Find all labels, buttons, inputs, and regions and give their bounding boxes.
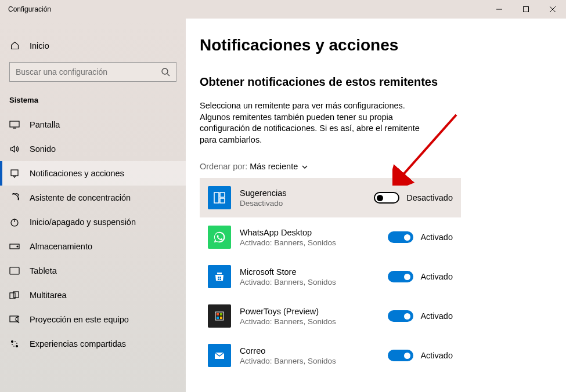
sender-powertoys[interactable]: PowerToys (Preview) Activado: Banners, S…: [200, 296, 461, 336]
toggle-label: Desactivado: [406, 193, 453, 202]
svg-rect-30: [217, 317, 219, 319]
nav-tablet[interactable]: Tableta: [0, 259, 186, 283]
svg-rect-25: [218, 279, 219, 281]
sender-name: Microsoft Store: [240, 267, 379, 277]
window-title: Configuración: [8, 5, 486, 13]
display-icon: [9, 121, 20, 129]
maximize-button[interactable]: [513, 0, 539, 19]
minimize-button[interactable]: [486, 0, 513, 19]
svg-rect-20: [214, 193, 219, 203]
sugerencias-icon: [208, 186, 231, 209]
sender-name: WhatsApp Desktop: [240, 228, 379, 237]
sort-value: Más reciente: [250, 162, 298, 171]
senders-list: Sugerencias Desactivado Desactivado What…: [200, 178, 461, 375]
store-icon: [208, 265, 231, 288]
sender-name: Sugerencias: [240, 188, 365, 198]
svg-point-19: [16, 346, 18, 347]
sender-store[interactable]: Microsoft Store Activado: Banners, Sonid…: [200, 257, 461, 296]
shared-icon: [9, 339, 20, 349]
sender-status: Activado: Banners, Sonidos: [240, 357, 379, 365]
senders-section-title: Obtener notificaciones de estos remitent…: [200, 75, 566, 89]
search-icon: [161, 67, 170, 77]
toggle-sugerencias[interactable]: [374, 192, 399, 204]
sender-correo[interactable]: Correo Activado: Banners, Sonidos Activa…: [200, 336, 461, 375]
page-title: Notificaciones y acciones: [200, 36, 566, 55]
tablet-icon: [9, 267, 20, 275]
nav-label: Asistente de concentración: [30, 193, 131, 202]
nav-label: Sonido: [30, 144, 56, 154]
senders-section-desc: Selecciona un remitente para ver más con…: [200, 100, 432, 146]
nav-label: Notificaciones y acciones: [30, 169, 124, 178]
nav-storage[interactable]: Almacenamiento: [0, 234, 186, 259]
toggle-label: Activado: [420, 233, 453, 242]
nav-label: Tableta: [30, 266, 57, 275]
titlebar: Configuración: [0, 0, 566, 19]
sender-status: Activado: Banners, Sonidos: [240, 317, 379, 326]
sender-status: Activado: Banners, Sonidos: [240, 238, 379, 247]
nav-notificaciones[interactable]: Notificaciones y acciones: [0, 161, 186, 186]
nav-pantalla[interactable]: Pantalla: [0, 112, 186, 137]
sender-status: Desactivado: [240, 199, 365, 208]
power-icon: [9, 217, 20, 227]
nav-projection[interactable]: Proyección en este equipo: [0, 307, 186, 332]
close-button[interactable]: [539, 0, 566, 19]
nav-label: Pantalla: [30, 120, 60, 129]
svg-rect-29: [220, 313, 222, 315]
sender-sugerencias[interactable]: Sugerencias Desactivado Desactivado: [200, 178, 461, 217]
svg-line-5: [167, 74, 170, 76]
sender-name: Correo: [240, 346, 379, 355]
chevron-down-icon: [301, 162, 308, 171]
sort-dropdown[interactable]: Ordenar por: Más reciente: [200, 162, 566, 171]
nav-label: Almacenamiento: [30, 242, 92, 251]
sender-name: PowerToys (Preview): [240, 307, 379, 316]
nav-label: Proyección en este equipo: [30, 315, 129, 324]
search-input-wrap[interactable]: [9, 62, 176, 82]
svg-rect-28: [217, 313, 219, 315]
powertoys-icon: [208, 304, 231, 328]
sidebar-section-label: Sistema: [0, 92, 186, 112]
svg-rect-8: [11, 170, 18, 176]
svg-rect-21: [220, 193, 225, 197]
svg-point-4: [162, 68, 168, 74]
svg-rect-24: [220, 277, 222, 278]
home-icon: [9, 41, 20, 50]
nav-sonido[interactable]: Sonido: [0, 137, 186, 161]
toggle-label: Activado: [420, 351, 453, 360]
mail-icon: [208, 344, 231, 367]
main-panel: Notificaciones y acciones Obtener notifi…: [186, 19, 566, 392]
svg-point-18: [12, 341, 13, 343]
toggle-powertoys[interactable]: [388, 310, 413, 322]
nav-asistente[interactable]: Asistente de concentración: [0, 186, 186, 210]
svg-rect-6: [10, 121, 19, 127]
nav-multitask[interactable]: Multitarea: [0, 283, 186, 307]
svg-rect-1: [524, 7, 529, 12]
nav-power[interactable]: Inicio/apagado y suspensión: [0, 210, 186, 234]
window-controls: [486, 0, 566, 19]
svg-rect-23: [218, 277, 219, 278]
focus-icon: [9, 193, 20, 202]
sender-whatsapp[interactable]: WhatsApp Desktop Activado: Banners, Soni…: [200, 217, 461, 257]
storage-icon: [9, 244, 20, 249]
toggle-label: Activado: [420, 311, 453, 321]
whatsapp-icon: [208, 226, 231, 249]
multitask-icon: [9, 291, 20, 299]
projection-icon: [9, 315, 20, 324]
sidebar: Inicio Sistema Pantalla Sonido Noti: [0, 19, 186, 392]
sender-status: Activado: Banners, Sonidos: [240, 278, 379, 286]
home-link[interactable]: Inicio: [0, 35, 186, 56]
toggle-correo[interactable]: [388, 350, 413, 361]
svg-rect-13: [10, 267, 19, 274]
toggle-store[interactable]: [388, 271, 413, 282]
notifications-icon: [9, 169, 20, 178]
svg-rect-26: [220, 279, 222, 281]
nav-label: Multitarea: [30, 291, 67, 300]
svg-rect-31: [220, 317, 222, 319]
toggle-whatsapp[interactable]: [388, 231, 413, 243]
home-label: Inicio: [30, 41, 49, 50]
sound-icon: [9, 144, 20, 154]
svg-point-12: [17, 246, 18, 247]
svg-rect-22: [220, 198, 225, 203]
nav-shared[interactable]: Experiencias compartidas: [0, 332, 186, 356]
nav-label: Inicio/apagado y suspensión: [30, 217, 136, 227]
search-input[interactable]: [16, 67, 161, 77]
